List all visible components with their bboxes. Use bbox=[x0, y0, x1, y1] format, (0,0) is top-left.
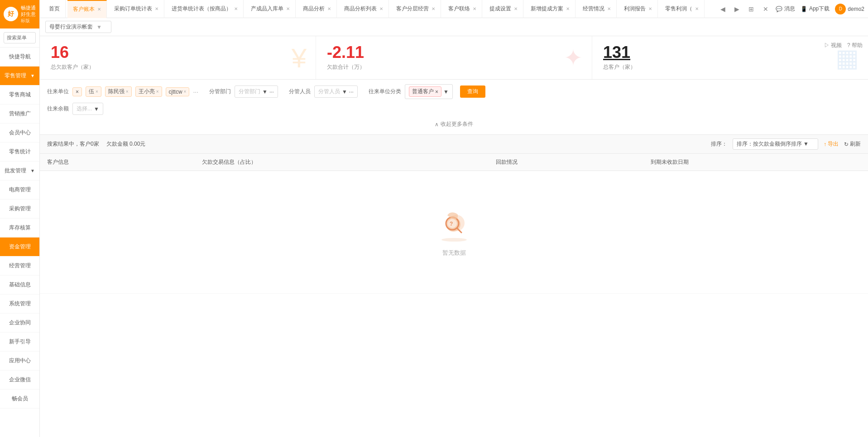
dept-filter-dropdown[interactable]: 分管部门 ▼ ··· bbox=[235, 86, 278, 98]
tab-expand-btn[interactable]: ⊞ bbox=[747, 5, 756, 13]
account-selector-bar: 母婴行业演示帐套 ▼ bbox=[40, 18, 868, 36]
user-avatar-area[interactable]: D demo2 bbox=[835, 4, 864, 14]
tab-profit-report[interactable]: 利润报告 ✕ bbox=[619, 0, 658, 18]
stat-value-debt: -2.11 bbox=[327, 44, 364, 61]
stat-icon-2: ✦ bbox=[564, 45, 583, 71]
tab-scroll-left-btn[interactable]: ◀ bbox=[719, 5, 727, 13]
more-icon: ··· bbox=[269, 89, 274, 95]
sidebar-item-enterprise-coop[interactable]: 企业协同 bbox=[0, 314, 39, 332]
search-menu-button[interactable]: 搜索菜单 bbox=[4, 32, 36, 43]
person-filter-dropdown[interactable]: 分管人员 ▼ ··· bbox=[314, 86, 358, 98]
refresh-button[interactable]: ↻ 刷新 bbox=[844, 140, 861, 148]
app-download-button[interactable]: 📱 App下载 bbox=[801, 5, 830, 13]
logo-title: 畅捷通好生意 bbox=[21, 5, 36, 18]
col-repayment: 回款情况 bbox=[489, 154, 643, 171]
sidebar-item-retail-mgmt[interactable]: 零售管理 ▼ bbox=[0, 66, 39, 86]
close-icon[interactable]: ✕ bbox=[327, 6, 331, 11]
filter-more-button[interactable]: ··· bbox=[193, 88, 198, 95]
sidebar-item-basic-info[interactable]: 基础信息 bbox=[0, 276, 39, 294]
close-icon[interactable]: ✕ bbox=[566, 6, 570, 11]
close-icon[interactable]: ✕ bbox=[234, 6, 238, 11]
filter-tag-text: 王小亮 bbox=[139, 88, 155, 95]
tab-customer-tier[interactable]: 客户分层经营 ✕ bbox=[391, 0, 441, 18]
tab-close-all-btn[interactable]: ✕ bbox=[761, 5, 770, 13]
account-selector-dropdown[interactable]: 母婴行业演示帐套 ▼ bbox=[45, 21, 111, 33]
messages-button[interactable]: 💬 消息 bbox=[776, 5, 795, 13]
tab-scroll-right-btn[interactable]: ▶ bbox=[733, 5, 741, 13]
table-header: 客户信息 欠款交易信息（占比） 回款情况 到期未收款日期 bbox=[40, 154, 868, 171]
close-icon[interactable]: ✕ bbox=[648, 6, 652, 11]
tab-label: 商品分析列表 bbox=[344, 5, 377, 13]
sidebar-item-member[interactable]: 会员中心 bbox=[0, 124, 39, 142]
sidebar-item-purchase[interactable]: 采购管理 bbox=[0, 200, 39, 218]
sidebar-item-new-guide[interactable]: 新手引导 bbox=[0, 332, 39, 352]
close-icon[interactable]: ✕ bbox=[473, 6, 476, 11]
tab-customer-capital[interactable]: 客户账本 ✕ bbox=[67, 0, 107, 18]
sidebar-item-ecommerce[interactable]: 电商管理 bbox=[0, 180, 39, 200]
download-icon: 📱 bbox=[801, 6, 807, 12]
tab-home[interactable]: 首页 bbox=[43, 0, 66, 18]
tab-new-promotion-plan[interactable]: 新增提成方案 ✕ bbox=[525, 0, 575, 18]
close-icon[interactable]: ✕ bbox=[695, 6, 699, 11]
sidebar-item-wholesale-mgmt[interactable]: 批发管理 ▼ bbox=[0, 162, 39, 180]
help-link[interactable]: ? 帮助 bbox=[847, 42, 863, 49]
tab-operation-status[interactable]: 经营情况 ✕ bbox=[577, 0, 617, 18]
tab-promotion-settings[interactable]: 提成设置 ✕ bbox=[484, 0, 523, 18]
classification-remove[interactable]: × bbox=[435, 89, 438, 95]
tab-goods-analysis-list[interactable]: 商品分析列表 ✕ bbox=[339, 0, 389, 18]
close-icon[interactable]: ✕ bbox=[607, 6, 611, 11]
close-icon[interactable]: ✕ bbox=[514, 6, 518, 11]
collapse-label: 收起更多条件 bbox=[441, 120, 473, 128]
tab-retail-profit[interactable]: 零售利润（ ✕ bbox=[660, 0, 705, 18]
query-button[interactable]: 查询 bbox=[460, 86, 485, 98]
filter-tag-text: 伍 bbox=[89, 88, 94, 95]
close-icon[interactable]: ✕ bbox=[97, 7, 101, 12]
sidebar-item-inventory[interactable]: 库存核算 bbox=[0, 218, 39, 238]
sort-select-dropdown[interactable]: 排序：按欠款金额倒序排序 ▼ bbox=[733, 138, 818, 150]
sidebar-item-enterprise-wechat[interactable]: 企业微信 bbox=[0, 370, 39, 390]
collapse-button[interactable]: ∧ 收起更多条件 bbox=[435, 120, 473, 128]
filter-tag-remove-chen[interactable]: × bbox=[126, 89, 129, 94]
sidebar-item-system[interactable]: 系统管理 bbox=[0, 294, 39, 314]
filter-collapse-area: ∧ 收起更多条件 bbox=[47, 119, 861, 130]
classification-filter-dropdown[interactable]: 普通客户 × ▼ bbox=[405, 84, 453, 99]
tab-stock-stats[interactable]: 进货单统计表（按商品） ✕ bbox=[166, 0, 244, 18]
tab-customer-connect[interactable]: 客户联络 ✕ bbox=[443, 0, 482, 18]
sidebar-item-marketing[interactable]: 营销推广 bbox=[0, 104, 39, 124]
filter-tag-remove-wu[interactable]: × bbox=[96, 89, 98, 94]
video-link[interactable]: ▷ 视频 bbox=[824, 42, 842, 49]
filter-tag-remove-cjttcw[interactable]: × bbox=[184, 89, 187, 94]
sidebar-item-retail-stats[interactable]: 零售统计 bbox=[0, 142, 39, 162]
tab-goods-analysis[interactable]: 商品分析 ✕ bbox=[297, 0, 337, 18]
tab-purchase-order[interactable]: 采购订单统计表 ✕ bbox=[109, 0, 164, 18]
sidebar-search-area[interactable]: 搜索菜单 bbox=[0, 28, 39, 48]
sidebar-item-retail-shop[interactable]: 零售商城 bbox=[0, 86, 39, 104]
stat-total-customers: ¥ 16 总欠款客户（家） bbox=[40, 36, 316, 79]
sidebar-item-finance[interactable]: 资金管理 bbox=[0, 238, 39, 256]
stat-label-debt: 欠款合计（万） bbox=[327, 63, 365, 71]
close-icon[interactable]: ✕ bbox=[155, 6, 158, 11]
filter-tag-remove-wang[interactable]: × bbox=[156, 89, 159, 94]
export-icon: ↑ bbox=[824, 141, 826, 147]
sidebar-item-app-center[interactable]: 应用中心 bbox=[0, 352, 39, 370]
close-icon[interactable]: ✕ bbox=[379, 6, 383, 11]
empty-illustration: ? bbox=[436, 207, 472, 243]
close-icon[interactable]: ✕ bbox=[286, 6, 290, 11]
stat-total-debt: ✦ -2.11 欠款合计（万） bbox=[316, 36, 592, 79]
topbar-right-actions: ◀ ▶ ⊞ ✕ 💬 消息 📱 App下载 D demo2 bbox=[719, 4, 864, 14]
username-label: demo2 bbox=[848, 6, 864, 12]
sort-label: 排序： bbox=[711, 140, 727, 148]
tab-product-in[interactable]: 产成品入库单 ✕ bbox=[245, 0, 296, 18]
close-icon[interactable]: ✕ bbox=[432, 6, 435, 11]
sidebar-item-quick-nav[interactable]: 快捷导航 bbox=[0, 48, 39, 66]
chevron-down-icon: ▼ bbox=[443, 89, 449, 95]
balance-filter-dropdown[interactable]: 选择... ▼ bbox=[72, 103, 103, 115]
stat-icon-1: ¥ bbox=[292, 42, 307, 73]
sidebar-item-operation[interactable]: 经营管理 bbox=[0, 256, 39, 276]
sidebar-item-vip-member[interactable]: 畅会员 bbox=[0, 390, 39, 408]
export-button[interactable]: ↑ 导出 bbox=[824, 140, 839, 148]
more-icon: ··· bbox=[349, 89, 354, 95]
chevron-down-icon: ▼ bbox=[262, 89, 268, 95]
sidebar-logo: 好 畅捷通好生意 标版 bbox=[0, 0, 39, 28]
filter-tag-text: cjttcw bbox=[169, 89, 182, 95]
